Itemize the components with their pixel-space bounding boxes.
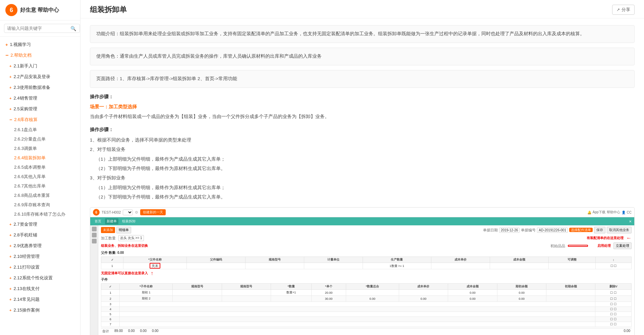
sim-cancel-btn[interactable]: 取消其他业务 bbox=[607, 227, 632, 233]
sidebar-item-2-6-5[interactable]: 2.6.5成本调整单 bbox=[0, 163, 80, 172]
sim-footer-v4: 0.00 bbox=[152, 329, 158, 334]
intro-block-3: 页面路径：1、库存核算->库存管理->组装拆卸单 2、首页->常用功能 bbox=[90, 70, 635, 88]
sim-arrow-right: ← bbox=[626, 235, 632, 241]
nav-section-1: + 1.视频学习 bbox=[0, 39, 80, 50]
sim-icon-3 bbox=[92, 239, 97, 243]
sim-td-name: 关末 bbox=[123, 263, 187, 269]
sim-user-id: CC bbox=[627, 211, 632, 214]
sidebar-item-2-4[interactable]: + 2.4销售管理 bbox=[0, 93, 80, 104]
sim-bth: ✓ bbox=[101, 284, 120, 290]
sim-select[interactable] bbox=[123, 210, 133, 215]
sim-process-input[interactable] bbox=[568, 245, 588, 247]
sim-annotation-area: 选择配件清单 bbox=[569, 228, 593, 232]
sim-btd-cost1 bbox=[399, 290, 448, 296]
sim-th-parent: *父件名称 bbox=[123, 257, 187, 263]
plus-icon: + bbox=[9, 96, 11, 100]
sim-nav-home[interactable]: 首页 bbox=[93, 218, 103, 224]
sidebar-item-2-1[interactable]: + 2.1新手入门 bbox=[0, 61, 80, 71]
sim-th: ✓ bbox=[101, 257, 123, 263]
scene1-heading: 场景一：加工类型选择 bbox=[90, 104, 635, 110]
sim-top-table: ✓ *父件名称 父件编码 规格型号 计量单位 生产数量 成本单价 成本金额 可调… bbox=[101, 257, 632, 269]
search-input[interactable] bbox=[4, 24, 80, 33]
sim-btd-name2: 期初 2 bbox=[120, 296, 173, 302]
sim-btd-qty4 bbox=[271, 296, 312, 302]
sim-nav-assemble[interactable]: 组装拆卸 bbox=[120, 218, 137, 224]
sidebar-search-container[interactable]: 🔍 bbox=[0, 20, 80, 37]
sidebar-item-2-7[interactable]: + 2.7资金管理 bbox=[0, 219, 80, 230]
sim-topbar-right: 🔔 App下载 帮助中心 👤 CC bbox=[587, 210, 632, 215]
sim-close-icon[interactable]: ✕ bbox=[629, 220, 632, 223]
sim-red-name[interactable]: 关末 bbox=[150, 263, 160, 269]
sidebar-item-2-6-1[interactable]: 2.6.1盘点单 bbox=[0, 125, 80, 134]
sim-bth-cost: 成本单价 bbox=[399, 284, 448, 290]
sim-btd-qty1: 数量+1 bbox=[271, 290, 312, 296]
sidebar-item-video[interactable]: + 1.视频学习 bbox=[0, 39, 80, 50]
sidebar-item-2-6-8[interactable]: 2.6.8商品成本重算 bbox=[0, 191, 80, 200]
sim-btd-del1: ☐ ☐ bbox=[595, 290, 632, 296]
steps-heading: 操作步骤： bbox=[90, 127, 635, 133]
sidebar-item-label: 2.12系统个性化设置 bbox=[13, 275, 52, 281]
sidebar-item-2-6-2[interactable]: 2.6.2分量盘点单 bbox=[0, 134, 80, 144]
sidebar-item-2-8[interactable]: + 2.8手机旺铺 bbox=[0, 230, 80, 240]
sidebar-item-2-15[interactable]: + 2.15操作案例 bbox=[0, 305, 80, 316]
sim-th-adj: 可调整 bbox=[548, 257, 595, 263]
sim-bth-init: 期初余额 bbox=[497, 284, 546, 290]
sidebar-item-2-5[interactable]: + 2.5采购管理 bbox=[0, 104, 80, 114]
ops-heading: 操作步骤： bbox=[90, 94, 635, 100]
sim-btd-amount1: 0.00 bbox=[448, 290, 497, 296]
sim-th-unit: 计量单位 bbox=[304, 257, 363, 263]
plus-icon: + bbox=[9, 276, 11, 280]
sim-td-spec bbox=[245, 263, 304, 269]
sim-help-label: 帮助中心 bbox=[607, 210, 620, 215]
sim-td-qty: 1数量 >= 1 bbox=[363, 263, 431, 269]
sim-tab-detail[interactable]: 明细单 bbox=[116, 227, 131, 233]
sim-bth-spec2: 规格型号 bbox=[222, 284, 271, 290]
sim-topbar: 6 TEST-H002 ⚙ 创建新的一天 🔔 App下载 帮助中心 👤 CC bbox=[90, 208, 634, 217]
sim-save-btn[interactable]: 保存 bbox=[594, 227, 605, 233]
sidebar-item-2-3[interactable]: + 2.3使用前数据准备 bbox=[0, 82, 80, 93]
sim-btable-row-1: 1 期初 1 数量+1 20.00 0.00 0.00 bbox=[101, 290, 632, 296]
sim-th-ops: ↕ bbox=[595, 257, 631, 263]
sidebar-item-2-6-9[interactable]: 2.6.9库存账本查询 bbox=[0, 200, 80, 210]
sim-btd-amount2: 0.00 bbox=[448, 296, 497, 302]
sidebar-item-2-6-7[interactable]: 2.6.7其他出库单 bbox=[0, 181, 80, 191]
sim-date-label: 单据日期 bbox=[483, 228, 498, 233]
sim-date-value: 2019-12-26 bbox=[499, 228, 520, 233]
plus-icon: + bbox=[9, 308, 11, 312]
plus-icon: + bbox=[9, 233, 11, 237]
sidebar-item-docs[interactable]: − 2.帮助文档 bbox=[0, 50, 80, 61]
sidebar-item-2-6-3[interactable]: 2.6.3调拨单 bbox=[0, 144, 80, 153]
plus-icon: + bbox=[9, 75, 11, 79]
sidebar-item-2-9[interactable]: + 2.9优惠券管理 bbox=[0, 240, 80, 251]
sim-th-spec: 规格型号 bbox=[245, 257, 304, 263]
sim-icon-2 bbox=[92, 233, 97, 237]
sidebar-item-2-6-4[interactable]: 2.6.4组装拆卸单 bbox=[0, 153, 80, 163]
sidebar-item-2-13[interactable]: + 2.13在线支付 bbox=[0, 283, 80, 294]
sim-new-day-btn[interactable]: 创建新的一天 bbox=[140, 209, 166, 215]
sim-left-icons bbox=[90, 225, 98, 335]
sim-bottom-table: ✓ *子件名称 规格型号 规格型号 *数量 *单个 *数量总合 成本单价 成本金… bbox=[101, 283, 632, 327]
share-button[interactable]: ↗ 分享 bbox=[612, 5, 635, 15]
sidebar-item-2-12[interactable]: + 2.12系统个性化设置 bbox=[0, 273, 80, 283]
sim-nav-new[interactable]: 新建单 bbox=[105, 218, 118, 224]
main-content: 功能介绍：组装拆卸单用来处理企业组装或拆卸等加工业务，支持有固定装配清单的产品加… bbox=[80, 18, 644, 335]
intro-text-3: 页面路径：1、库存核算->库存管理->组装拆卸单 2、首页->常用功能 bbox=[96, 75, 628, 83]
app-title: 好生意 帮助中心 bbox=[20, 7, 59, 14]
sidebar-item-2-14[interactable]: + 2.14常见问题 bbox=[0, 294, 80, 305]
sim-tabs-row: 末添加 明细单 单据日期 2019-12-26 单据编号 AD-20191226… bbox=[101, 227, 632, 233]
sim-num-value: 丛头 次头 >= 1 bbox=[118, 235, 144, 241]
sidebar-item-2-6[interactable]: − 2.6库存核算 bbox=[0, 114, 80, 125]
sidebar-item-label: 2.帮助文档 bbox=[10, 52, 32, 58]
sidebar-item-2-6-6[interactable]: 2.6.6其他入库单 bbox=[0, 172, 80, 181]
app-logo: 6 bbox=[5, 4, 17, 16]
sim-confirm-btn[interactable]: 立案处理 bbox=[613, 242, 632, 249]
sim-code: TEST-H002 bbox=[102, 210, 121, 214]
sidebar-item-2-11[interactable]: + 2.11打印设置 bbox=[0, 262, 80, 273]
sim-btd-init4 bbox=[546, 296, 595, 302]
step2-sub2-text: （2）下部明细为子件明细，最终作为原材料生成其它出库单。 bbox=[90, 165, 635, 173]
sim-btd-init3: 0.00 bbox=[497, 296, 546, 302]
sidebar-item-2-6-10[interactable]: 2.6.10库存账本错了怎么办 bbox=[0, 210, 80, 219]
sim-tab-add[interactable]: 末添加 bbox=[101, 227, 115, 233]
sidebar-item-2-2[interactable]: + 2.2产品安装及登录 bbox=[0, 71, 80, 82]
sidebar-item-2-10[interactable]: + 2.10经营管理 bbox=[0, 251, 80, 262]
